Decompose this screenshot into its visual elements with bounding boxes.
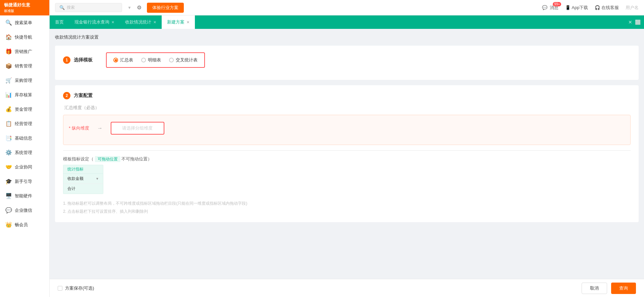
message-badge[interactable]: 💬 99+ 消息 [542, 5, 559, 11]
sidebar-item-quick-nav[interactable]: 🏠 快捷导航 [0, 30, 49, 44]
online-support[interactable]: 🎧 在线客服 [595, 5, 619, 11]
metrics-stats: 统计指标 收款金额 ▼ 合计 [63, 165, 103, 194]
tab-collection-stats[interactable]: 收款情况统计 ✕ [120, 15, 162, 29]
step2-header: 2 方案配置 [63, 92, 631, 99]
breadcrumb: 收款情况统计方案设置 [55, 34, 639, 40]
radio-detail-label: 明细表 [148, 57, 161, 63]
tip-1: 1. 拖动标题栏可以调整布局，不可跨维度或指标区域拖动栏目段(只能在同一维度或指… [63, 199, 631, 207]
sidebar-item-label: 销售管理 [15, 63, 32, 69]
sidebar-item-label: 企业微信 [15, 207, 32, 213]
sidebar-item-member[interactable]: 👑 畅会员 [0, 217, 49, 232]
save-option: 方案保存(可选) [58, 285, 94, 291]
gear-icon[interactable]: ⚙ [137, 4, 142, 11]
tab-new-plan[interactable]: 新建方案 ✕ [162, 15, 195, 29]
step1-num: 1 [63, 56, 70, 64]
operation-icon: 📋 [5, 120, 12, 127]
sidebar-item-label: 库存核算 [15, 92, 32, 98]
sidebar-item-operation[interactable]: 📋 经营管理 [0, 116, 49, 131]
radio-summary-label: 汇总表 [120, 57, 133, 63]
radio-crosstab[interactable]: 交叉统计表 [169, 57, 198, 63]
save-label: 方案保存(可选) [65, 285, 94, 291]
radio-crosstab-circle [169, 58, 174, 62]
topbar-dropdown[interactable]: ▼ [127, 5, 131, 10]
draggable-badge: 可拖动位置 [95, 156, 120, 162]
save-checkbox[interactable] [58, 286, 62, 291]
bottom-actions: 取消 查询 [582, 283, 636, 294]
tab-home-label: 首页 [55, 19, 64, 25]
sidebar-item-cooperation[interactable]: 🤝 企业协同 [0, 160, 49, 174]
config-section: 汇总维度（必选） * 纵向维度 → 请选择分组维度 [63, 105, 631, 215]
sidebar-item-system[interactable]: ⚙️ 系统管理 [0, 145, 49, 160]
sidebar-item-label: 新手引导 [15, 179, 32, 185]
metrics-section: 模板指标设定（ 可拖动位置 不可拖动位置） 统计指标 收款金额 ▼ 合计 [63, 156, 631, 194]
quick-nav-icon: 🏠 [5, 34, 12, 40]
amount-label: 收款金额 [67, 176, 84, 182]
purchase-icon: 🛒 [5, 77, 12, 84]
basic-info-icon: 📑 [5, 135, 12, 141]
sidebar-item-inventory[interactable]: 📊 库存核算 [0, 88, 49, 102]
sidebar-item-wechat[interactable]: 💬 企业微信 [0, 203, 49, 217]
industry-btn[interactable]: 体验行业方案 [147, 3, 184, 13]
topbar: 🔍 搜索 ▼ ⚙ 体验行业方案 💬 99+ 消息 📱 App下载 🎧 在线客服 … [50, 0, 644, 15]
sidebar-item-sales[interactable]: 📦 销售管理 [0, 59, 49, 73]
sidebar-item-purchase[interactable]: 🛒 采购管理 [0, 73, 49, 88]
member-icon: 👑 [5, 221, 12, 228]
sidebar-item-hardware[interactable]: 🖥️ 智能硬件 [0, 189, 49, 203]
message-count: 99+ [553, 2, 561, 6]
radio-group: 汇总表 明细表 交叉统计表 [113, 57, 198, 63]
user-name[interactable]: 用户名 [626, 5, 639, 11]
finance-icon: 💰 [5, 106, 12, 112]
radio-detail-circle [141, 58, 146, 62]
tab-collection-stats-label: 收款情况统计 [125, 19, 151, 25]
step1-title: 选择模板 [74, 57, 93, 63]
dropdown-icon: ▼ [96, 177, 99, 181]
sidebar-item-label: 搜索菜单 [15, 20, 32, 26]
grid-area: * 纵向维度 → 请选择分组维度 [63, 115, 631, 145]
logo-badge: 标准版 [4, 9, 30, 13]
stats-item-amount[interactable]: 收款金额 ▼ [63, 174, 103, 184]
tab-home[interactable]: 首页 [50, 15, 69, 29]
bottom-bar: 方案保存(可选) 取消 查询 [50, 279, 644, 297]
sidebar-item-label: 畅会员 [15, 222, 28, 228]
sidebar-item-newbie[interactable]: 🎓 新手引导 [0, 174, 49, 189]
search-icon: 🔍 [59, 5, 65, 10]
cancel-button[interactable]: 取消 [582, 283, 607, 294]
maximize-icon[interactable]: ⬜ [635, 19, 641, 25]
sidebar-item-label: 系统管理 [15, 150, 32, 156]
close-window-icon[interactable]: ✕ [628, 19, 632, 25]
support-icon: 🎧 [595, 5, 600, 10]
tabbar: 首页 现金银行流水查询 ✕ 收款情况统计 ✕ 新建方案 ✕ ✕ ⬜ [50, 15, 644, 29]
sidebar-item-label: 智能硬件 [15, 193, 32, 199]
sidebar-item-finance[interactable]: 💰 资金管理 [0, 102, 49, 116]
topbar-search[interactable]: 🔍 搜索 [55, 3, 122, 12]
app-download[interactable]: 📱 App下载 [565, 5, 588, 11]
arrow-icon: → [97, 125, 103, 131]
sidebar-item-search-menu[interactable]: 🔍 搜索菜单 [0, 15, 49, 30]
query-button[interactable]: 查询 [611, 283, 636, 294]
tab-bank-flow[interactable]: 现金银行流水查询 ✕ [69, 15, 120, 29]
sidebar-item-basic-info[interactable]: 📑 基础信息 [0, 131, 49, 145]
radio-detail[interactable]: 明细表 [141, 57, 161, 63]
sidebar-item-label: 企业协同 [15, 164, 32, 170]
radio-summary[interactable]: 汇总表 [113, 57, 133, 63]
hardware-icon: 🖥️ [5, 193, 12, 199]
tab-new-plan-close[interactable]: ✕ [186, 20, 190, 24]
sidebar-logo: 畅捷通好生意 标准版 [0, 0, 49, 15]
divider [63, 150, 631, 151]
step2-card: 2 方案配置 汇总维度（必选） * 纵向维度 → 请选择分组维度 [55, 85, 639, 222]
tab-collection-stats-close[interactable]: ✕ [153, 20, 156, 24]
sidebar-item-label: 基础信息 [15, 135, 32, 141]
stats-total: 合计 [63, 184, 103, 194]
logo-name: 畅捷通好生意 [4, 2, 30, 8]
radio-crosstab-label: 交叉统计表 [176, 57, 198, 63]
sidebar-item-marketing[interactable]: 🎁 营销推广 [0, 44, 49, 59]
tabbar-right: ✕ ⬜ [628, 19, 644, 25]
template-options: 汇总表 明细表 交叉统计表 [106, 52, 205, 68]
sidebar-item-label: 营销推广 [15, 49, 32, 55]
app-icon: 📱 [565, 5, 571, 10]
stats-title: 统计指标 [63, 165, 103, 174]
dim-select[interactable]: 请选择分组维度 [111, 122, 164, 135]
sidebar-item-label: 采购管理 [15, 78, 32, 84]
vertical-dim-label: * 纵向维度 [69, 125, 89, 131]
tab-bank-flow-close[interactable]: ✕ [111, 20, 114, 24]
